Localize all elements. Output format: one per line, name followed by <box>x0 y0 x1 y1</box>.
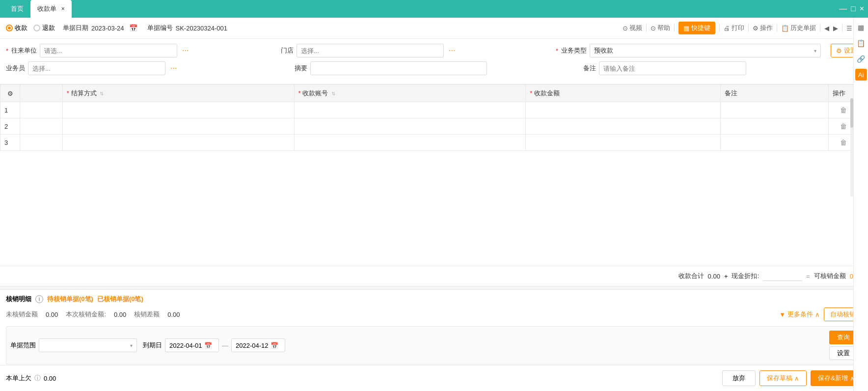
info-icon[interactable]: i <box>35 295 43 303</box>
required-mark-2: * <box>556 47 558 55</box>
tab-links: 待核销单据(0笔) 已核销单据(0笔) <box>47 295 143 304</box>
td-settle-1[interactable] <box>62 102 294 118</box>
form-row-2: 业务员 ··· 摘要 备注 <box>6 61 862 75</box>
save-draft-btn[interactable]: 保存草稿 ∧ <box>760 370 807 386</box>
td-amount-2[interactable] <box>526 118 721 135</box>
number-label: 单据编号 <box>147 24 173 32</box>
divider-3 <box>719 24 720 32</box>
td-amount-1[interactable] <box>526 102 721 118</box>
business-type-field: * 业务类型 预收款 ▾ <box>556 44 821 57</box>
done-link[interactable]: 已核销单据(0笔) <box>97 295 143 304</box>
chevron-up-draft-icon: ∧ <box>794 375 799 382</box>
radio-refund[interactable]: 退款 <box>33 24 55 32</box>
scrollbar-thumb[interactable] <box>850 98 853 128</box>
counterparty-label: 往来单位 <box>11 46 37 55</box>
delete-icon-3[interactable]: 🗑 <box>840 139 847 146</box>
td-note-2[interactable] <box>721 118 829 135</box>
sidebar-doc-icon[interactable]: 📋 <box>855 37 867 49</box>
sidebar-table-icon[interactable]: ▦ <box>855 22 867 33</box>
table-row: 2 🗑 ⊞ <box>0 118 868 135</box>
table-row: 1 🗑 ⊞ <box>0 102 868 118</box>
abandon-btn[interactable]: 放弃 <box>722 370 756 386</box>
business-type-select[interactable]: 预收款 ▾ <box>590 44 821 57</box>
td-account-2[interactable] <box>294 118 526 135</box>
td-no-2: 2 <box>0 118 20 135</box>
close-icon[interactable]: × <box>860 4 864 13</box>
calendar-icon[interactable]: 📅 <box>127 23 139 33</box>
receipt-table: ⚙ * 结算方式 ⇅ * 收款账号 ⇅ * 收款金额 <box>0 84 868 151</box>
sidebar-attach-icon[interactable]: 🔗 <box>855 53 867 65</box>
delete-icon-1[interactable]: 🗑 <box>840 106 847 114</box>
th-note: 备注 <box>721 85 829 102</box>
operation-btn[interactable]: ⚙ 操作 <box>753 24 773 32</box>
section-title: 核销明细 i 待核销单据(0笔) 已核销单据(0笔) <box>6 295 862 304</box>
unchecked-label: 未核销金额 <box>6 310 38 319</box>
td-account-3[interactable] <box>294 135 526 151</box>
tab-home[interactable]: 首页 <box>4 0 30 18</box>
tab-close-icon[interactable]: × <box>61 5 65 12</box>
td-amount-3[interactable] <box>526 135 721 151</box>
radio-receipt-label: 收款 <box>15 24 27 32</box>
print-btn[interactable]: 🖨 打印 <box>724 24 744 32</box>
chevron-up-icon: ∧ <box>815 311 820 318</box>
sidebar-ai-icon[interactable]: Ai <box>855 69 867 81</box>
nav-prev-icon[interactable]: ◀ <box>824 25 829 32</box>
th-settle-method: * 结算方式 ⇅ <box>62 85 294 102</box>
salesperson-more-icon[interactable]: ··· <box>168 64 179 73</box>
th-amount: * 收款金额 <box>526 85 721 102</box>
store-input[interactable] <box>297 44 444 57</box>
table-row: 3 🗑 ⊞ <box>0 135 868 151</box>
divider-5 <box>777 24 777 32</box>
history-icon: 📋 <box>781 25 789 32</box>
salesperson-label: 业务员 <box>6 64 25 73</box>
gear-icon: ⚙ <box>836 47 842 55</box>
minimize-icon[interactable]: — <box>839 4 847 13</box>
td-note-1[interactable] <box>721 102 829 118</box>
radio-receipt[interactable]: 收款 <box>6 24 27 32</box>
divider-4 <box>748 24 749 32</box>
date-to-input[interactable]: 2022-04-12 📅 <box>231 338 285 352</box>
salesperson-input[interactable] <box>28 61 165 75</box>
section-divider <box>0 286 868 290</box>
note-field: 备注 <box>583 61 862 75</box>
td-settle-2[interactable] <box>62 118 294 135</box>
tab-receipt[interactable]: 收款单 × <box>30 0 72 18</box>
summary-input[interactable] <box>310 61 487 75</box>
info-icon-footer[interactable]: ⓘ <box>34 374 41 383</box>
td-note-3[interactable] <box>721 135 829 151</box>
counterparty-input[interactable] <box>40 44 177 57</box>
range-select[interactable]: ▾ <box>39 338 137 352</box>
delete-icon-2[interactable]: 🗑 <box>840 122 847 130</box>
right-sidebar: ▦ 📋 🔗 Ai <box>853 18 868 391</box>
shortcut-btn[interactable]: ▦ 快捷键 <box>678 22 715 34</box>
date-from-input[interactable]: 2022-04-01 📅 <box>165 338 219 352</box>
td-settle-3[interactable] <box>62 135 294 151</box>
note-input[interactable] <box>599 61 746 75</box>
help-btn[interactable]: ⊙ 帮助 <box>651 24 670 32</box>
td-account-1[interactable] <box>294 102 526 118</box>
list-view-icon[interactable]: ☰ <box>846 25 852 32</box>
scrollbar-track[interactable] <box>850 98 853 196</box>
store-more-icon[interactable]: ··· <box>447 46 457 55</box>
th-settings[interactable]: ⚙ <box>0 85 20 102</box>
divider-7 <box>842 24 842 32</box>
video-btn[interactable]: ⊙ 视频 <box>623 24 642 32</box>
nav-next-icon[interactable]: ▶ <box>833 25 838 32</box>
calendar-from-icon: 📅 <box>204 342 212 349</box>
filter-icon: ▼ <box>779 311 786 318</box>
pending-link[interactable]: 待核销单据(0笔) <box>47 295 93 304</box>
counterparty-field: * 往来单位 ··· <box>6 44 271 57</box>
discount-input[interactable] <box>763 271 802 281</box>
maximize-icon[interactable]: □ <box>851 4 856 13</box>
net-label: 可核销金额 <box>814 272 846 280</box>
date-field: 单据日期 2023-03-24 📅 <box>63 23 139 33</box>
counterparty-more-icon[interactable]: ··· <box>180 46 190 55</box>
video-icon: ⊙ <box>623 25 628 32</box>
history-btn[interactable]: 📋 历史单据 <box>781 24 816 32</box>
summary-field: 摘要 <box>295 61 573 75</box>
main-content: 收款 退款 单据日期 2023-03-24 📅 单据编号 SK-20230324… <box>0 18 868 391</box>
radio-receipt-dot <box>6 25 13 31</box>
window-controls: — □ × <box>839 4 864 13</box>
more-conditions-btn[interactable]: ▼ 更多条件 ∧ <box>779 310 820 319</box>
note-label: 备注 <box>583 64 596 73</box>
